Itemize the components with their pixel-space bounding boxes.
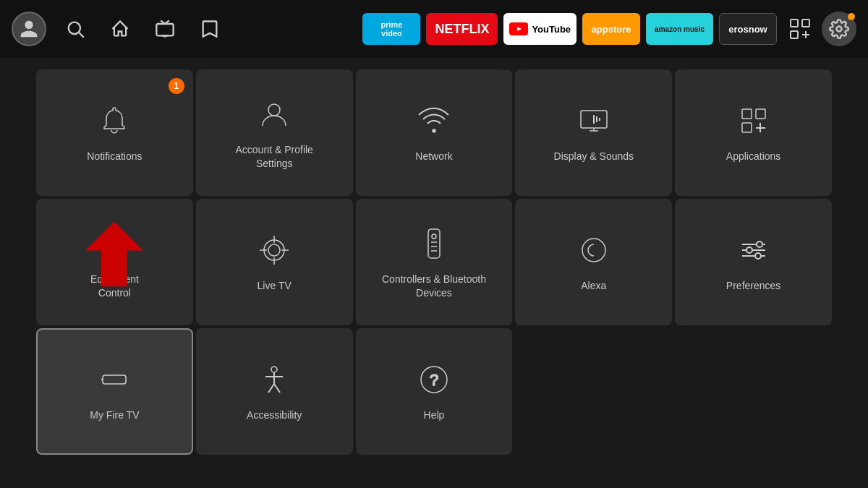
notifications-label: Notifications (87, 150, 142, 163)
tile-preferences[interactable]: Preferences (675, 199, 832, 325)
tv-icon[interactable] (149, 13, 181, 45)
tile-live-tv[interactable]: Live TV (196, 199, 353, 325)
svg-line-55 (268, 384, 274, 393)
alexa-icon (575, 231, 613, 269)
search-icon[interactable] (59, 13, 91, 45)
account-icon (255, 95, 293, 133)
svg-rect-21 (742, 109, 752, 119)
settings-button[interactable] (822, 12, 856, 46)
svg-rect-8 (791, 20, 798, 27)
prime-video-app[interactable]: primevideo (362, 13, 420, 45)
network-label: Network (415, 150, 452, 163)
account-label: Account & ProfileSettings (236, 143, 313, 169)
live-tv-label: Live TV (258, 279, 292, 292)
tile-notifications[interactable]: 1 Notifications (36, 69, 193, 196)
svg-point-48 (746, 247, 752, 253)
notification-badge: 1 (169, 78, 184, 94)
svg-point-43 (582, 239, 605, 262)
tile-controllers-bluetooth[interactable]: Controllers & BluetoothDevices (356, 199, 513, 325)
wifi-icon (415, 102, 453, 140)
home-icon[interactable] (104, 13, 136, 45)
netflix-app[interactable]: NETFLIX (426, 13, 498, 45)
svg-text:?: ? (430, 371, 438, 389)
display-sounds-label: Display & Sounds (554, 150, 634, 163)
controllers-bluetooth-label: Controllers & BluetoothDevices (382, 273, 486, 299)
tile-applications[interactable]: Applications (675, 69, 832, 196)
svg-line-1 (79, 33, 83, 37)
tile-accessibility[interactable]: Accessibility (196, 328, 353, 455)
svg-point-33 (268, 244, 280, 256)
tile-display-sounds[interactable]: Display & Sounds (515, 69, 672, 196)
applications-label: Applications (726, 150, 781, 163)
preferences-icon (735, 231, 773, 269)
youtube-app[interactable]: YouTube (503, 13, 576, 45)
svg-rect-50 (103, 375, 126, 384)
tile-my-fire-tv[interactable]: My Fire TV (36, 328, 193, 455)
svg-point-28 (112, 234, 116, 239)
svg-rect-22 (756, 109, 765, 119)
svg-point-49 (755, 253, 761, 259)
my-fire-tv-label: My Fire TV (90, 408, 139, 421)
nav-apps: primevideo NETFLIX YouTube appstore amaz… (362, 13, 777, 45)
bell-icon (95, 102, 133, 140)
applications-icon (735, 102, 773, 140)
help-label: Help (424, 408, 445, 421)
svg-rect-2 (156, 24, 173, 35)
equipment-control-label: EquipmentControl (90, 273, 139, 299)
svg-rect-10 (791, 31, 798, 38)
equipment-control-icon (95, 225, 133, 262)
profile-avatar[interactable] (12, 12, 46, 46)
svg-marker-7 (517, 27, 522, 31)
svg-line-56 (274, 384, 280, 393)
top-nav: primevideo NETFLIX YouTube appstore amaz… (0, 0, 868, 58)
fire-tv-icon (95, 361, 133, 398)
appstore-app[interactable]: appstore (582, 13, 640, 45)
remote-icon (415, 225, 453, 262)
tile-equipment-control[interactable]: EquipmentControl (36, 199, 193, 325)
svg-point-0 (69, 22, 80, 34)
amazon-music-app[interactable]: amazon music (646, 13, 713, 45)
youtube-play-icon (509, 22, 528, 35)
live-tv-icon (255, 231, 293, 269)
settings-grid: 1 Notifications Account & ProfileSetting… (0, 61, 868, 463)
svg-point-13 (837, 27, 842, 32)
nav-right (784, 12, 856, 46)
svg-point-32 (264, 240, 284, 260)
apps-grid-icon[interactable] (784, 13, 816, 45)
preferences-label: Preferences (726, 279, 780, 292)
svg-rect-9 (802, 20, 809, 27)
help-icon: ? (415, 361, 453, 398)
tile-account[interactable]: Account & ProfileSettings (196, 69, 353, 196)
erosnow-app[interactable]: erosnow (719, 13, 777, 45)
svg-point-52 (271, 367, 277, 372)
tile-network[interactable]: Network (356, 69, 513, 196)
tile-help[interactable]: ? Help (356, 328, 513, 455)
nav-left (12, 12, 226, 46)
accessibility-label: Accessibility (247, 408, 302, 421)
svg-rect-23 (742, 123, 752, 132)
tile-alexa[interactable]: Alexa (515, 199, 672, 325)
bookmark-icon[interactable] (194, 13, 226, 45)
svg-point-39 (432, 234, 436, 239)
accessibility-icon (255, 361, 293, 398)
alexa-label: Alexa (581, 279, 606, 292)
svg-rect-38 (428, 229, 440, 258)
svg-point-14 (268, 104, 280, 116)
svg-point-47 (757, 241, 762, 247)
display-icon (575, 102, 613, 140)
